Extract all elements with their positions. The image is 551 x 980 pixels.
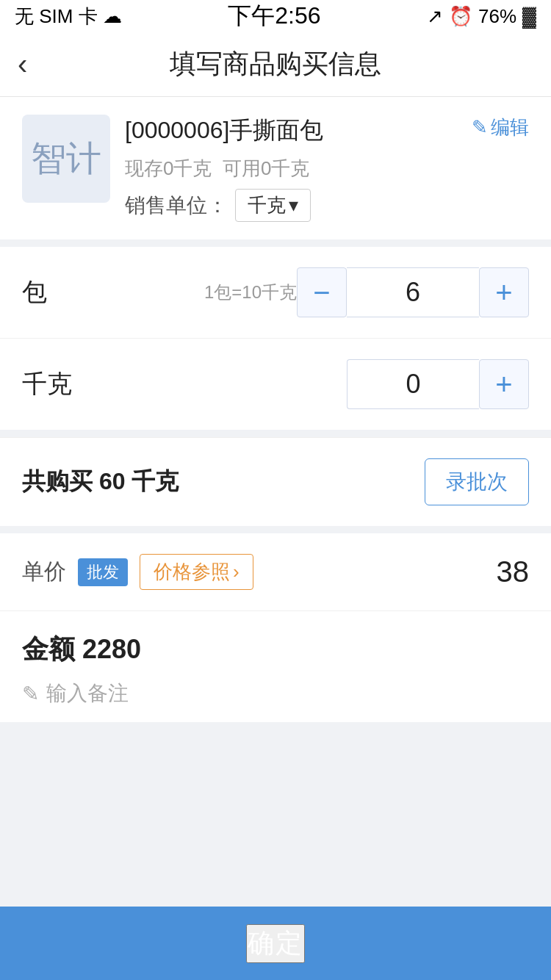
quantity-bao-control: − +: [297, 267, 529, 317]
battery-icon: ▓: [522, 5, 536, 28]
confirm-button[interactable]: 确定: [246, 924, 305, 963]
price-label: 单价: [22, 557, 66, 587]
price-value: 38: [497, 555, 530, 588]
remark-placeholder: 输入备注: [46, 680, 129, 707]
amount-row: 金额 2280: [22, 632, 529, 668]
bottom-bar: 确定: [0, 907, 551, 980]
total-amount: 60: [99, 468, 126, 494]
amount-section: 金额 2280 ✎ 输入备注: [0, 611, 551, 722]
pencil-icon: ✎: [22, 682, 39, 706]
status-left: 无 SIM 卡 ☁: [15, 4, 122, 29]
chevron-right-icon: ›: [233, 561, 240, 583]
quantity-bao-row: 包 1包=10千克 − +: [0, 247, 551, 339]
price-section: 单价 批发 价格参照 › 38: [0, 533, 551, 611]
quantity-bao-label: 包: [22, 275, 197, 309]
product-logo: 智计: [31, 135, 101, 182]
remark-row[interactable]: ✎ 输入备注: [22, 680, 529, 707]
status-right: ↗ ⏰ 76% ▓: [427, 5, 536, 28]
chevron-down-icon: ▾: [289, 194, 298, 217]
status-bar: 无 SIM 卡 ☁ 下午2:56 ↗ ⏰ 76% ▓: [0, 0, 551, 32]
product-unit-row: 销售单位： 千克 ▾: [125, 189, 529, 222]
product-header-row: [0000006]手撕面包 ✎ 编辑: [125, 115, 529, 156]
bao-quantity-input[interactable]: [347, 267, 479, 317]
kg-increment-button[interactable]: +: [479, 359, 529, 409]
page-title: 填写商品购买信息: [170, 46, 381, 82]
battery-text: 76%: [478, 5, 516, 28]
product-name: [0000006]手撕面包: [125, 115, 323, 147]
bao-decrement-button[interactable]: −: [297, 267, 347, 317]
spacer: [0, 722, 551, 907]
price-reference-button[interactable]: 价格参照 ›: [140, 554, 253, 590]
unit-select[interactable]: 千克 ▾: [235, 189, 311, 222]
amount-value: 2280: [82, 634, 141, 664]
location-icon: ↗: [427, 5, 443, 28]
alarm-icon: ⏰: [449, 5, 472, 28]
quantity-section: 包 1包=10千克 − + 千克 +: [0, 247, 551, 438]
back-button[interactable]: ‹: [18, 48, 27, 81]
product-card: 智计 [0000006]手撕面包 ✎ 编辑 现存0千克 可用0千克 销售单位： …: [0, 97, 551, 247]
edit-icon: ✎: [472, 116, 488, 139]
total-section: 共购买 60 千克 录批次: [0, 438, 551, 533]
quantity-kg-row: 千克 +: [0, 339, 551, 437]
quantity-kg-control: +: [347, 359, 529, 409]
batch-button[interactable]: 录批次: [425, 458, 529, 505]
quantity-kg-label: 千克: [22, 367, 347, 401]
edit-button[interactable]: ✎ 编辑: [472, 115, 529, 140]
kg-quantity-input[interactable]: [347, 359, 479, 409]
product-stock: 现存0千克 可用0千克: [125, 156, 529, 181]
quantity-bao-sublabel: 1包=10千克: [204, 281, 297, 304]
product-image: 智计: [22, 115, 110, 203]
nav-bar: ‹ 填写商品购买信息: [0, 32, 551, 97]
total-text: 共购买 60 千克: [22, 466, 179, 498]
batch-price-tag: 批发: [78, 558, 128, 586]
product-info: [0000006]手撕面包 ✎ 编辑 现存0千克 可用0千克 销售单位： 千克 …: [125, 115, 529, 222]
status-time: 下午2:56: [228, 0, 320, 32]
bao-increment-button[interactable]: +: [479, 267, 529, 317]
